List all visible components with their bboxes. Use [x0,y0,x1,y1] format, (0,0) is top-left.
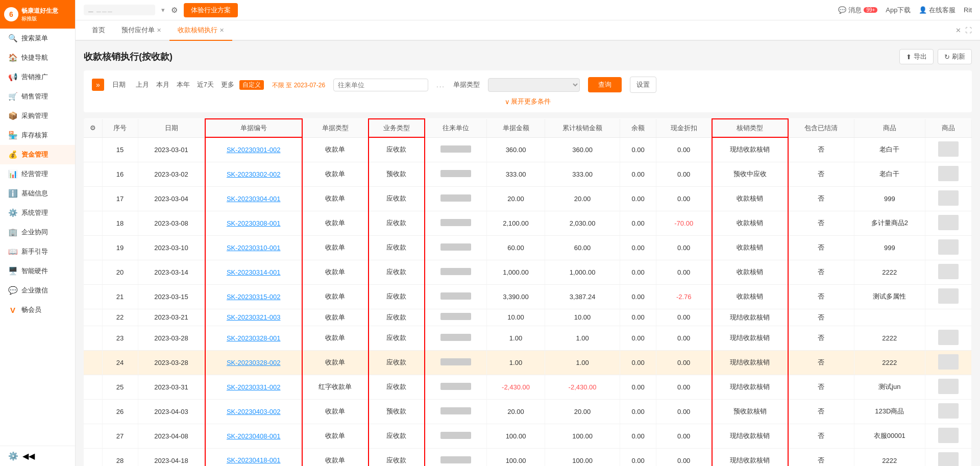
cell-bill-type: 收款单 [302,448,369,466]
sidebar-item-marketing[interactable]: 📢 营销推广 [0,67,75,87]
tab-maximize-icon[interactable]: ⛶ [965,27,972,34]
tab-collect[interactable]: 收款核销执行 ✕ [169,20,232,41]
bill-no-link[interactable]: SK-20230403-002 [227,408,281,415]
cell-write-off-type: 现结收款核销 [712,326,788,350]
cell-bill-no: SK-20230314-001 [205,260,302,284]
cell-bill-type: 收款单 [302,260,369,284]
sidebar-item-sales[interactable]: 🛒 销售管理 [0,87,75,106]
sidebar-item-company[interactable]: 🏢 企业协同 [0,223,75,242]
collapse-icon[interactable]: ◀◀ [22,451,35,461]
cell-no: 18 [102,211,138,235]
bill-no-link[interactable]: SK-20230328-001 [227,334,281,342]
tab-close-all-icon[interactable]: ✕ [955,27,961,34]
topbar-dropdown-arrow[interactable]: ▾ [161,6,165,14]
sidebar-item-member[interactable]: V 畅会员 [0,300,75,320]
date-custom-badge[interactable]: 自定义 [239,80,264,90]
cell-settings [84,260,102,284]
export-button[interactable]: ⬆ 导出 [899,49,934,64]
cell-include-cleared: 否 [788,162,854,186]
cell-amount: 20.00 [487,399,545,424]
cell-balance: 0.00 [620,424,656,448]
bill-no-link[interactable]: SK-20230331-002 [227,383,281,391]
topbar-search-text: ⚊ [88,6,94,14]
tab-close-collect[interactable]: ✕ [219,27,224,34]
user-name[interactable]: Rit [964,6,972,14]
messages-icon[interactable]: 💬 消息 99+ [838,6,877,15]
bill-no-link[interactable]: SK-20230321-003 [227,313,281,321]
app-download-link[interactable]: App下载 [886,6,911,15]
settings-icon[interactable]: ⚙️ [8,451,18,461]
cell-accum-amount: 3,387.24 [545,284,620,309]
date-options: 上月 本月 本年 近7天 更多 自定义 [134,79,264,90]
col-product2: 商品 [925,119,971,137]
bill-no-link[interactable]: SK-20230314-001 [227,268,281,276]
counterparty-blurred [440,313,471,320]
cell-bill-type: 收款单 [302,309,369,326]
filter-settings-button[interactable]: 设置 [630,77,656,93]
sidebar-item-finance[interactable]: 💰 资金管理 [0,145,75,164]
sidebar-item-operation[interactable]: 📊 经营管理 [0,164,75,184]
sidebar-item-inventory[interactable]: 🏪 库存核算 [0,126,75,145]
bill-no-link[interactable]: SK-20230315-002 [227,293,281,301]
col-settings[interactable]: ⚙ [84,119,102,137]
sidebar-item-system[interactable]: ⚙️ 系统管理 [0,203,75,223]
cell-biz-type: 应收款 [369,235,425,260]
col-bill-type: 单据类型 [302,119,369,137]
date-option-more[interactable]: 更多 [219,79,236,90]
cell-no: 21 [102,284,138,309]
sidebar-item-search[interactable]: 🔍 搜索菜单 [0,29,75,48]
tab-close-prepay[interactable]: ✕ [157,27,161,34]
date-option-last-month[interactable]: 上月 [134,79,151,90]
cell-accum-amount: 360.00 [545,137,620,162]
bill-no-link[interactable]: SK-20230304-001 [227,195,281,203]
bill-no-link[interactable]: SK-20230418-001 [227,456,281,464]
sidebar-item-purchase[interactable]: 📦 采购管理 [0,106,75,126]
date-option-this-month[interactable]: 本月 [154,79,172,90]
query-button[interactable]: 查询 [588,77,622,92]
topbar-gear-icon[interactable]: ⚙ [171,6,178,15]
table-wrap[interactable]: ⚙ 序号 日期 单据编号 单据类型 业务类型 往来单位 单据金额 累计核销金额 … [84,118,972,466]
col-bill-no: 单据编号 [205,119,302,137]
counterparty-input[interactable] [333,79,428,91]
member-icon: V [8,306,17,314]
bill-no-link[interactable]: SK-20230328-002 [227,359,281,366]
refresh-button[interactable]: ↻ 刷新 [938,49,972,64]
cell-date: 2023-03-08 [138,211,205,235]
sidebar-item-basic[interactable]: ℹ️ 基础信息 [0,184,75,203]
cell-counterparty [425,186,487,211]
sidebar-item-guide[interactable]: 📖 新手引导 [0,242,75,261]
tab-home[interactable]: 首页 [84,20,113,41]
bill-no-link[interactable]: SK-20230301-002 [227,146,281,154]
online-service-link[interactable]: 👤 在线客服 [919,6,955,15]
cell-bill-type: 收款单 [302,186,369,211]
cell-accum-amount: 1.00 [545,350,620,375]
expand-more-button[interactable]: ∨ 展开更多条件 [505,97,551,106]
bill-no-link[interactable]: SK-20230302-002 [227,170,281,178]
industry-solution-button[interactable]: 体验行业方案 [184,3,238,17]
cell-biz-type: 应收款 [369,309,425,326]
bill-no-link[interactable]: SK-20230308-001 [227,219,281,227]
date-option-7days[interactable]: 近7天 [195,79,216,90]
guide-icon: 📖 [8,247,17,256]
cell-accum-amount: 333.00 [545,162,620,186]
cell-date: 2023-03-31 [138,375,205,399]
sidebar-item-quick[interactable]: 🏠 快捷导航 [0,48,75,67]
cell-balance: 0.00 [620,448,656,466]
inventory-icon: 🏪 [8,131,17,140]
receipt-type-select[interactable] [488,78,580,92]
sidebar-item-wechat[interactable]: 💬 企业微信 [0,281,75,300]
cell-counterparty [425,211,487,235]
cell-date: 2023-03-14 [138,260,205,284]
bill-no-link[interactable]: SK-20230408-001 [227,432,281,440]
sidebar-item-hardware[interactable]: 🖥️ 智能硬件 [0,261,75,281]
expand-more-row: ∨ 展开更多条件 [92,97,964,106]
cell-write-off-type: 收款核销 [712,211,788,235]
tab-prepay[interactable]: 预付应付单 ✕ [113,20,169,41]
filter-toggle-button[interactable]: » [92,79,104,91]
cell-accum-amount: 1,000.00 [545,260,620,284]
bill-no-link[interactable]: SK-20230310-001 [227,244,281,252]
topbar-search[interactable]: ⚊ ⚊⚊⚊ [84,5,155,15]
date-option-this-year[interactable]: 本年 [175,79,192,90]
cell-bill-no: SK-20230301-002 [205,137,302,162]
counterparty-dots[interactable]: ... [436,81,445,89]
